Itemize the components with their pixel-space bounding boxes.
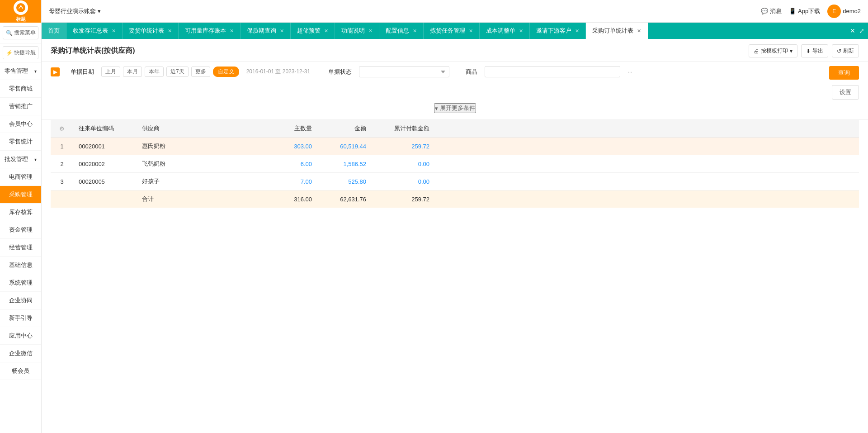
expand-more-button[interactable]: ▾ 展开更多条件: [434, 103, 476, 113]
footer-label: [73, 190, 137, 208]
tab-close-all-button[interactable]: ✕: [850, 27, 855, 34]
sidebar-logo: 标题: [0, 0, 41, 23]
tab-chengbentiaozhen[interactable]: 成本调整单✕: [480, 23, 530, 39]
footer-paid: 259.72: [372, 190, 435, 208]
username-label: demo2: [843, 8, 861, 14]
goods-input[interactable]: [485, 66, 620, 77]
sidebar-item-retail_shop[interactable]: 零售商城: [0, 80, 41, 98]
sidebar-item-inventory[interactable]: 库存核算: [0, 204, 41, 221]
app-logo-icon: [14, 0, 28, 15]
table-row: 3 00020005 好孩子 7.00 525.80 0.00: [51, 173, 859, 190]
page-header: 采购订单统计表(按供应商) 🖨 按模板打印 ▾ ⬇ 导出 ↺ 刷新: [42, 39, 868, 62]
sidebar-item-vip[interactable]: 畅会员: [0, 362, 41, 380]
date-btn-more[interactable]: 更多: [191, 67, 210, 77]
date-btn-last-month[interactable]: 上月: [101, 67, 120, 77]
cell-qty-2[interactable]: 7.00: [263, 173, 317, 190]
sidebar-menu: 零售管理▾零售商城营销推广会员中心零售统计批发管理▾电商管理采购管理库存核算资金…: [0, 62, 41, 433]
app-download-button[interactable]: 📱 App下载: [789, 7, 820, 15]
table-row: 2 00020002 飞鹤奶粉 6.00 1,586.52 0.00: [51, 155, 859, 173]
cell-paid-0[interactable]: 259.72: [372, 138, 435, 155]
sidebar-item-newbie[interactable]: 新手引导: [0, 309, 41, 327]
sidebar-item-purchase[interactable]: 采购管理: [0, 186, 41, 204]
sidebar-item-basic[interactable]: 基础信息: [0, 257, 41, 274]
tab-close-yaohuo[interactable]: ✕: [168, 28, 172, 34]
tab-close-gongngshuoming[interactable]: ✕: [368, 28, 373, 34]
sidebar-item-ecommerce[interactable]: 电商管理: [0, 168, 41, 186]
sidebar-item-member[interactable]: 会员中心: [0, 115, 41, 133]
sidebar-item-appcenter[interactable]: 应用中心: [0, 327, 41, 345]
cell-paid-2[interactable]: 0.00: [372, 173, 435, 190]
main-area: 母婴行业演示账套 ▾ 💬 消息 📱 App下载 E demo2 首页收发存汇总表…: [42, 0, 868, 433]
cell-paid-1[interactable]: 0.00: [372, 155, 435, 173]
goods-more-icon[interactable]: ···: [627, 68, 632, 75]
cell-amount-0[interactable]: 60,519.44: [317, 138, 372, 155]
export-button[interactable]: ⬇ 导出: [801, 44, 828, 57]
print-button[interactable]: 🖨 按模板打印 ▾: [749, 44, 797, 57]
tab-peihuorenwu[interactable]: 拣货任务管理✕: [424, 23, 480, 39]
workspace-label: 母婴行业演示账套: [49, 7, 96, 15]
sidebar-item-label-retail_shop: 零售商城: [9, 85, 33, 93]
expand-icon[interactable]: ▶: [51, 67, 60, 76]
filter-left: ▶ 单据日期 上月 本月 本年 近7天 更多 自定义 2016-01-01 至 …: [51, 66, 824, 81]
sidebar-quicknav-section: ⚡ 快捷导航: [0, 43, 41, 62]
state-select[interactable]: [359, 66, 449, 77]
filter-actions: 查询 设置: [824, 66, 859, 100]
tab-close-chaochuyujing[interactable]: ✕: [324, 28, 328, 34]
tab-chaochuyujing[interactable]: 超储预警✕: [291, 23, 335, 39]
tab-shoufa[interactable]: 收发存汇总表✕: [66, 23, 123, 39]
cell-supplier-0: 惠氏奶粉: [137, 138, 263, 155]
message-icon: 💬: [761, 8, 768, 14]
refresh-button[interactable]: ↺ 刷新: [832, 44, 859, 57]
cell-amount-1[interactable]: 1,586.52: [317, 155, 372, 173]
tab-gongngshuoming[interactable]: 功能说明✕: [335, 23, 379, 39]
tab-close-yaoqing[interactable]: ✕: [575, 28, 579, 34]
tab-caigou_tjb[interactable]: 采购订单统计表✕: [586, 23, 648, 39]
date-btn-this-year[interactable]: 本年: [145, 67, 164, 77]
cell-code-2: 00020005: [73, 173, 137, 190]
state-label: 单据状态: [328, 68, 352, 76]
col-header-supplier: 供应商: [137, 120, 263, 138]
sidebar-item-ops[interactable]: 经营管理: [0, 239, 41, 257]
user-profile[interactable]: E demo2: [827, 5, 861, 18]
settings-button[interactable]: 设置: [832, 85, 859, 100]
tab-expand-button[interactable]: ⤢: [859, 27, 864, 34]
tab-yaohuo[interactable]: 要货单统计表✕: [123, 23, 179, 39]
tab-close-keyong[interactable]: ✕: [230, 28, 234, 34]
gear-icon[interactable]: ⚙: [59, 125, 65, 132]
sidebar-search-section: 🔍 搜索菜单: [0, 23, 41, 43]
tab-keyong[interactable]: 可用量库存账本✕: [179, 23, 241, 39]
sidebar-item-retail[interactable]: 零售管理▾: [0, 62, 41, 80]
page-title: 采购订单统计表(按供应商): [51, 46, 135, 56]
search-menu-button[interactable]: 🔍 搜索菜单: [3, 26, 38, 39]
query-button[interactable]: 查询: [829, 66, 859, 80]
date-btn-7days[interactable]: 近7天: [166, 67, 189, 77]
date-btn-this-month[interactable]: 本月: [123, 67, 142, 77]
tab-close-shoufa[interactable]: ✕: [112, 28, 116, 34]
sidebar-item-wholesale[interactable]: 批发管理▾: [0, 151, 41, 168]
date-btn-custom[interactable]: 自定义: [213, 67, 239, 77]
tab-close-peihuorenwu[interactable]: ✕: [469, 28, 473, 34]
sidebar-item-wechat[interactable]: 企业微信: [0, 345, 41, 362]
tab-close-baozhiqi[interactable]: ✕: [280, 28, 284, 34]
tab-baozhiqi[interactable]: 保质期查询✕: [241, 23, 291, 39]
tab-yaoqing[interactable]: 邀请下游客户✕: [530, 23, 586, 39]
tab-label-chengbentiaozhen: 成本调整单: [486, 27, 515, 35]
sidebar-item-enterprise[interactable]: 企业协同: [0, 292, 41, 309]
col-header-code: 往来单位编码: [73, 120, 137, 138]
tab-home[interactable]: 首页: [42, 23, 66, 39]
col-header-extra: [435, 120, 859, 138]
cell-amount-2[interactable]: 525.80: [317, 173, 372, 190]
tab-close-caigou_tjb[interactable]: ✕: [637, 28, 641, 34]
sidebar-item-system[interactable]: 系统管理: [0, 274, 41, 292]
tab-close-chengbentiaozhen[interactable]: ✕: [519, 28, 523, 34]
sidebar-item-retail_stat[interactable]: 零售统计: [0, 133, 41, 151]
tab-peizhi[interactable]: 配置信息✕: [379, 23, 424, 39]
sidebar-item-finance[interactable]: 资金管理: [0, 221, 41, 239]
workspace-dropdown[interactable]: 母婴行业演示账套 ▾: [49, 7, 101, 15]
message-button[interactable]: 💬 消息: [761, 7, 782, 15]
sidebar-item-marketing[interactable]: 营销推广: [0, 98, 41, 115]
cell-qty-1[interactable]: 6.00: [263, 155, 317, 173]
quicknav-button[interactable]: ⚡ 快捷导航: [3, 46, 38, 59]
cell-qty-0[interactable]: 303.00: [263, 138, 317, 155]
tab-close-peizhi[interactable]: ✕: [413, 28, 417, 34]
